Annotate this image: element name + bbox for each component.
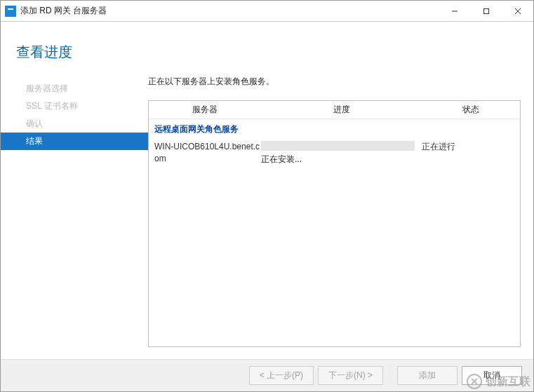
sidebar-item-results[interactable]: 结果 (1, 133, 148, 150)
header: 查看进度 (1, 22, 533, 76)
column-progress: 进度 (261, 101, 422, 119)
progress-label: 正在安装... (261, 154, 415, 165)
prev-button: < 上一步(P) (249, 366, 314, 385)
cell-status: 正在进行 (422, 141, 514, 153)
svg-rect-3 (483, 8, 488, 13)
page-title: 查看进度 (16, 43, 533, 62)
app-icon (5, 6, 16, 17)
cancel-button[interactable]: 取消 (462, 366, 522, 385)
window-controls (439, 1, 533, 21)
maximize-button[interactable] (470, 1, 502, 21)
instruction-text: 正在以下服务器上安装角色服务。 (148, 76, 521, 88)
results-panel: 服务器 进度 状态 远程桌面网关角色服务 WIN-UICOB610L4U.ben… (148, 100, 521, 347)
titlebar: 添加 RD 网关 台服务器 (1, 1, 533, 22)
window-title: 添加 RD 网关 台服务器 (20, 5, 439, 17)
column-status: 状态 (422, 101, 520, 119)
svg-rect-1 (8, 8, 13, 10)
sidebar-item-server-select: 服务器选择 (1, 80, 148, 97)
next-button: 下一步(N) > (318, 366, 383, 385)
table-row: WIN-UICOB610L4U.benet.com 正在安装... 正在进行 (149, 140, 520, 167)
column-server: 服务器 (149, 101, 261, 119)
minimize-button[interactable] (439, 1, 470, 21)
cell-progress: 正在安装... (261, 141, 422, 165)
sidebar: 服务器选择 SSL 证书名称 确认 结果 (1, 76, 148, 347)
body: 服务器选择 SSL 证书名称 确认 结果 正在以下服务器上安装角色服务。 服务器… (1, 76, 533, 347)
sidebar-item-ssl-cert: SSL 证书名称 (1, 97, 148, 115)
progress-bar (261, 141, 415, 151)
table-header: 服务器 进度 状态 (149, 101, 520, 119)
footer: < 上一步(P) 下一步(N) > 添加 取消 (1, 359, 533, 391)
group-row: 远程桌面网关角色服务 (149, 119, 520, 140)
close-button[interactable] (502, 1, 533, 21)
content: 正在以下服务器上安装角色服务。 服务器 进度 状态 远程桌面网关角色服务 WIN… (148, 76, 533, 347)
cell-server: WIN-UICOB610L4U.benet.com (154, 141, 261, 165)
sidebar-item-confirm: 确认 (1, 115, 148, 133)
add-button: 添加 (397, 366, 458, 385)
